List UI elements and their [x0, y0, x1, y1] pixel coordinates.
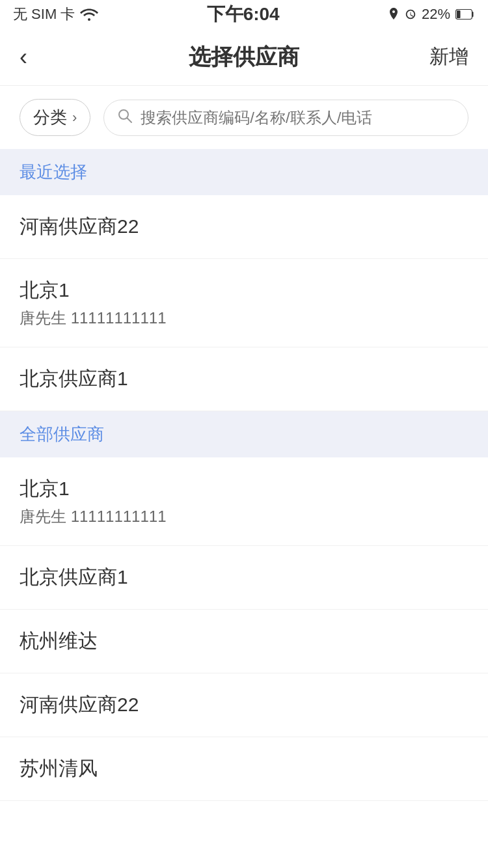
supplier-name: 北京1	[20, 277, 468, 304]
supplier-name: 河南供应商22	[20, 213, 468, 240]
section-header-recent: 最近选择	[0, 149, 488, 195]
list-item[interactable]: 北京供应商1	[0, 347, 488, 411]
list-item[interactable]: 苏州清风	[0, 737, 488, 801]
supplier-name: 杭州维达	[20, 628, 468, 655]
supplier-name: 北京供应商1	[20, 564, 468, 591]
list-item[interactable]: 北京供应商1	[0, 546, 488, 610]
alarm-icon	[405, 8, 416, 21]
battery-text: 22%	[422, 6, 450, 23]
category-label: 分类	[33, 106, 67, 129]
add-button[interactable]: 新增	[429, 44, 468, 70]
svg-rect-1	[457, 10, 461, 18]
supplier-contact: 唐先生 11111111111	[20, 506, 468, 527]
filter-bar: 分类 ›	[0, 86, 488, 149]
page-title: 选择供应商	[189, 42, 299, 72]
supplier-name: 河南供应商22	[20, 692, 468, 718]
wifi-icon	[80, 8, 98, 21]
nav-bar: ‹ 选择供应商 新增	[0, 29, 488, 86]
search-input[interactable]	[141, 109, 455, 127]
svg-line-3	[128, 118, 132, 122]
status-bar: 无 SIM 卡 下午6:04 22%	[0, 0, 488, 29]
list-item[interactable]: 北京1唐先生 11111111111	[0, 259, 488, 347]
status-left: 无 SIM 卡	[13, 5, 98, 24]
list-item[interactable]: 河南供应商22	[0, 195, 488, 259]
list-item[interactable]: 河南供应商22	[0, 673, 488, 737]
list-item[interactable]: 北京1唐先生 11111111111	[0, 457, 488, 546]
supplier-name: 北京供应商1	[20, 366, 468, 392]
list-item[interactable]: 杭州维达	[0, 610, 488, 673]
section-header-all: 全部供应商	[0, 411, 488, 457]
no-sim-text: 无 SIM 卡	[13, 5, 75, 24]
back-button[interactable]: ‹	[20, 44, 59, 71]
location-icon	[388, 8, 400, 21]
search-icon	[117, 108, 133, 128]
supplier-name: 苏州清风	[20, 755, 468, 782]
supplier-contact: 唐先生 11111111111	[20, 308, 468, 329]
search-box	[103, 100, 468, 136]
supplier-list: 最近选择河南供应商22北京1唐先生 11111111111北京供应商1全部供应商…	[0, 149, 488, 801]
status-right: 22%	[388, 6, 475, 23]
chevron-right-icon: ›	[72, 109, 77, 126]
status-time: 下午6:04	[207, 2, 280, 27]
battery-icon	[455, 9, 475, 20]
category-filter-button[interactable]: 分类 ›	[20, 99, 90, 136]
supplier-name: 北京1	[20, 476, 468, 502]
